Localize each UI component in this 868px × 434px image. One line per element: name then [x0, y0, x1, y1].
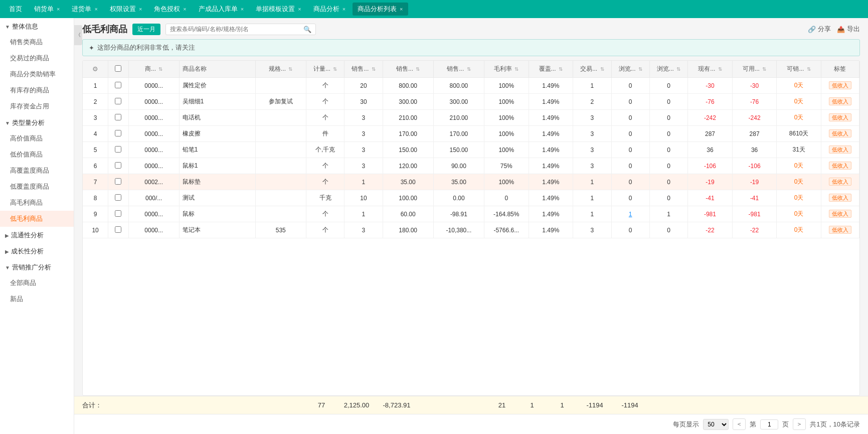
nav-template[interactable]: 单据模板设置 ×: [251, 3, 306, 16]
cell-check[interactable]: [108, 126, 128, 142]
nav-product-entry[interactable]: 产成品入库单 ×: [194, 3, 249, 16]
cell-trade: 3: [573, 222, 611, 238]
sidebar-item-high-coverage[interactable]: 高覆盖度商品: [0, 163, 74, 179]
cell-sale-price: 150.00: [383, 142, 433, 158]
nav-home[interactable]: 首页: [4, 3, 27, 16]
cell-check[interactable]: [108, 190, 128, 206]
cell-trade: 1: [573, 174, 611, 190]
nav-permission[interactable]: 权限设置 ×: [105, 3, 147, 16]
th-name: 商品名称: [179, 61, 255, 78]
sidebar-item-low-margin[interactable]: 低毛利商品: [0, 211, 74, 227]
sidebar-item-sales-goods[interactable]: 销售类商品: [0, 34, 74, 50]
nav-role-close[interactable]: ×: [183, 6, 186, 12]
cell-num: 8: [83, 190, 108, 206]
sidebar-item-new-products[interactable]: 新品: [0, 291, 74, 307]
nav-product-analysis-list-close[interactable]: ×: [400, 6, 403, 12]
cell-gross-rate: 100%: [484, 94, 529, 110]
cell-check[interactable]: [108, 174, 128, 190]
prev-page-button[interactable]: ＜: [733, 418, 746, 430]
cell-unit: 个: [306, 110, 344, 126]
cell-avail: -106: [732, 158, 777, 174]
table-row: 6 0000... 鼠标1 个 3 120.00 90.00 75% 1.49%…: [83, 158, 859, 174]
cell-name: 笔记本: [179, 222, 255, 238]
cell-tag: 低收入: [821, 94, 859, 110]
sidebar-item-all-products[interactable]: 全部商品: [0, 275, 74, 291]
sidebar-group-circulation[interactable]: ▶ 流通性分析: [0, 227, 74, 243]
search-icon[interactable]: 🔍: [303, 26, 311, 33]
sidebar-group-marketing[interactable]: ▼ 营销推广分析: [0, 259, 74, 275]
cell-spec: 535: [255, 222, 306, 238]
nav-product-analysis-list[interactable]: 商品分析列表 ×: [353, 3, 408, 16]
cell-trade: 3: [573, 110, 611, 126]
per-page-select[interactable]: 50 100 200: [703, 419, 729, 430]
nav-template-close[interactable]: ×: [298, 6, 301, 12]
cell-name: 铅笔1: [179, 142, 255, 158]
cell-cover-rate: 1.49%: [529, 190, 573, 206]
sidebar-toggle[interactable]: 《: [74, 25, 82, 45]
nav-purchase-close[interactable]: ×: [94, 6, 97, 12]
search-box[interactable]: 🔍: [165, 24, 316, 35]
cell-sale-price: 100.00: [383, 190, 433, 206]
nav-permission-close[interactable]: ×: [139, 6, 142, 12]
nav-product-analysis[interactable]: 商品分析 ×: [308, 3, 351, 16]
cell-check[interactable]: [108, 206, 128, 222]
export-button[interactable]: 📤 导出: [837, 25, 860, 34]
nav-purchase[interactable]: 进货单 ×: [67, 3, 102, 16]
sidebar-item-low-coverage[interactable]: 低覆盖度商品: [0, 179, 74, 195]
search-input[interactable]: [170, 26, 301, 33]
cell-check[interactable]: [108, 222, 128, 238]
cell-saleable: 0天: [777, 78, 821, 94]
cell-unit: 个,千克: [306, 142, 344, 158]
cell-check[interactable]: [108, 158, 128, 174]
sidebar-group-overview[interactable]: ▼ 整体信息: [0, 18, 74, 34]
next-page-button[interactable]: ＞: [793, 418, 806, 430]
cell-code: 0000...: [128, 94, 179, 110]
cell-name: 鼠标1: [179, 158, 255, 174]
cell-sale-profit: 35.00: [433, 174, 484, 190]
nav-role[interactable]: 角色授权 ×: [149, 3, 191, 16]
th-settings[interactable]: ⚙: [83, 61, 108, 78]
sidebar-item-low-value[interactable]: 低价值商品: [0, 147, 74, 163]
sidebar-group-growth[interactable]: ▶ 成长性分析: [0, 243, 74, 259]
cell-view1: 0: [611, 94, 649, 110]
chevron-right-icon-2: ▶: [5, 249, 9, 254]
select-all-checkbox[interactable]: [115, 65, 121, 72]
cell-cover-rate: 1.49%: [529, 222, 573, 238]
th-checkbox[interactable]: [108, 61, 128, 78]
nav-sales-close[interactable]: ×: [57, 6, 60, 12]
sidebar-item-category-rate[interactable]: 商品分类助销率: [0, 66, 74, 82]
page-title: 低毛利商品: [82, 23, 127, 35]
sidebar-item-traded-goods[interactable]: 交易过的商品: [0, 50, 74, 66]
share-icon: 🔗: [808, 26, 816, 33]
share-button[interactable]: 🔗 分享: [808, 25, 831, 34]
cell-trade: 1: [573, 206, 611, 222]
sidebar-item-in-stock[interactable]: 有库存的商品: [0, 82, 74, 98]
cell-view2: 0: [649, 78, 687, 94]
sidebar-item-stock-funds[interactable]: 库存资金占用: [0, 98, 74, 114]
total-sale-price: 2,125.00: [336, 401, 377, 409]
cell-avail: -76: [732, 94, 777, 110]
nav-product-analysis-close[interactable]: ×: [342, 6, 345, 12]
nav-sales[interactable]: 销货单 ×: [29, 3, 65, 16]
nav-product-entry-close[interactable]: ×: [241, 6, 244, 12]
sidebar-item-high-margin[interactable]: 高毛利商品: [0, 195, 74, 211]
cell-sale-price: 210.00: [383, 110, 433, 126]
sidebar-item-high-value[interactable]: 高价值商品: [0, 130, 74, 147]
header-actions: 🔗 分享 📤 导出: [808, 25, 860, 34]
chevron-right-icon: ▶: [5, 233, 9, 238]
sidebar-group-type-analysis[interactable]: ▼ 类型量分析: [0, 114, 74, 130]
cell-view1[interactable]: 1: [611, 206, 649, 222]
cell-view2: 0: [649, 222, 687, 238]
settings-icon[interactable]: ⚙: [92, 65, 98, 73]
cell-gross-rate: 75%: [484, 158, 529, 174]
pagination: 每页显示 50 100 200 ＜ 第 页 ＞ 共1页，10条记录: [74, 414, 868, 434]
period-button[interactable]: 近一月: [132, 24, 160, 35]
page-number-input[interactable]: [760, 419, 778, 429]
cell-check[interactable]: [108, 78, 128, 94]
cell-sale-qty: 3: [344, 142, 383, 158]
cell-sale-price: 60.00: [383, 206, 433, 222]
cell-check[interactable]: [108, 142, 128, 158]
cell-name: 吴细细1: [179, 94, 255, 110]
cell-check[interactable]: [108, 94, 128, 110]
cell-check[interactable]: [108, 110, 128, 126]
